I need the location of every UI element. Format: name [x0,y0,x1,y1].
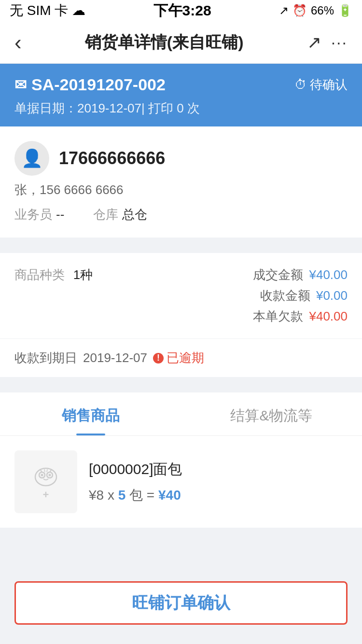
thumb-plus: + [43,489,49,501]
warehouse-label: 仓库 [93,206,118,223]
sales-label: 业务员 [14,206,52,223]
overdue-icon: ! [153,353,164,364]
status-clock-icon: ⏱ [294,77,307,92]
overdue-text: 已逾期 [167,350,204,366]
sales-person: 业务员 -- [14,206,64,223]
customer-name: 张，156 6666 6666 [14,182,348,198]
product-total: ¥40 [158,488,181,503]
product-price: ¥8 x 5 包 = ¥40 [89,486,348,504]
tab-products[interactable]: 销售商品 [0,392,181,435]
payment-value: ¥0.00 [316,288,348,303]
owing-value: ¥40.00 [309,309,348,324]
share-icon[interactable]: ↗ [307,32,321,53]
customer-avatar: 👤 [14,141,49,176]
status-right: ↗ ⏰ 66% 🔋 [279,4,352,17]
product-section: + [0000002]面包 ¥8 x 5 包 = ¥40 [0,436,362,528]
product-info: [0000002]面包 ¥8 x 5 包 = ¥40 [89,460,348,504]
status-bar: 无 SIM 卡 ☁ 下午3:28 ↗ ⏰ 66% 🔋 [0,0,362,21]
order-header: ✉ SA-20191207-002 ⏱ 待确认 单据日期：2019-12-07|… [0,64,362,126]
battery-icon: 🔋 [338,4,352,17]
location-icon: ↗ [279,4,289,17]
divider-2 [0,377,362,385]
order-id: ✉ SA-20191207-002 [14,75,166,94]
payment-label: 收款金额 [260,287,310,304]
back-button[interactable]: ‹ [14,30,22,55]
confirm-order-button[interactable]: 旺铺订单确认 [14,581,348,625]
overdue-badge: ! 已逾期 [153,350,204,366]
svg-point-4 [49,474,51,476]
order-id-text: SA-20191207-002 [31,75,166,94]
deal-amount-label: 成交金额 [253,266,303,283]
payment-amount-row: 收款金额 ¥0.00 [260,287,348,304]
deal-amount-value: ¥40.00 [309,267,348,282]
summary-section: 商品种类 1种 成交金额 ¥40.00 收款金额 ¥0.00 本单欠款 ¥40.… [0,253,362,338]
tab-settlement[interactable]: 结算&物流等 [181,392,362,435]
confirm-btn-wrap: 旺铺订单确认 [0,581,362,625]
due-date-value: 2019-12-07 [83,350,147,365]
owing-amount-row: 本单欠款 ¥40.00 [253,308,348,325]
order-status: ⏱ 待确认 [294,76,348,93]
alarm-icon: ⏰ [292,4,307,17]
status-left: 无 SIM 卡 ☁ [10,1,85,20]
status-time: 下午3:28 [153,1,211,21]
battery-text: 66% [311,4,334,17]
order-header-top: ✉ SA-20191207-002 ⏱ 待确认 [14,75,348,94]
svg-point-0 [35,468,56,486]
product-type: 商品种类 1种 [14,266,93,283]
deal-amount-row: 成交金额 ¥40.00 [253,266,348,283]
order-icon: ✉ [14,76,27,93]
owing-label: 本单欠款 [253,308,303,325]
sales-value: -- [56,207,64,222]
signal-text: 无 SIM 卡 ☁ [10,1,85,20]
product-thumbnail: + [14,450,77,513]
tabs-section: 销售商品 结算&物流等 [0,392,362,436]
customer-meta: 业务员 -- 仓库 总仓 [14,206,348,223]
product-qty: 5 [118,488,126,503]
status-text: 待确认 [310,76,348,93]
thumb-inner: + [31,462,60,501]
warehouse-value: 总仓 [122,206,147,223]
page-title: 销货单详情(来自旺铺) [85,31,244,54]
product-type-value: 1种 [73,267,93,282]
order-date: 单据日期：2019-12-07| 打印 0 次 [14,100,348,117]
svg-point-3 [41,474,43,476]
avatar-icon: 👤 [21,148,43,168]
customer-top: 👤 17666666666 [14,141,348,176]
customer-phone: 17666666666 [59,148,165,168]
product-owl-icon [31,462,60,487]
product-type-label: 商品种类 [14,267,65,282]
nav-bar: ‹ 销货单详情(来自旺铺) ↗ ··· [0,21,362,64]
customer-section: 👤 17666666666 张，156 6666 6666 业务员 -- 仓库 … [0,126,362,238]
tabs-row: 销售商品 结算&物流等 [0,392,362,436]
product-item: + [0000002]面包 ¥8 x 5 包 = ¥40 [0,436,362,528]
due-date-label: 收款到期日 [14,350,77,366]
divider-1 [0,245,362,253]
amounts: 成交金额 ¥40.00 收款金额 ¥0.00 本单欠款 ¥40.00 [253,266,348,325]
due-section: 收款到期日 2019-12-07 ! 已逾期 [0,339,362,377]
product-name: [0000002]面包 [89,460,348,479]
summary-row: 商品种类 1种 成交金额 ¥40.00 收款金额 ¥0.00 本单欠款 ¥40.… [14,266,348,325]
warehouse: 仓库 总仓 [93,206,147,223]
nav-actions: ↗ ··· [307,32,348,53]
more-icon[interactable]: ··· [331,33,348,52]
